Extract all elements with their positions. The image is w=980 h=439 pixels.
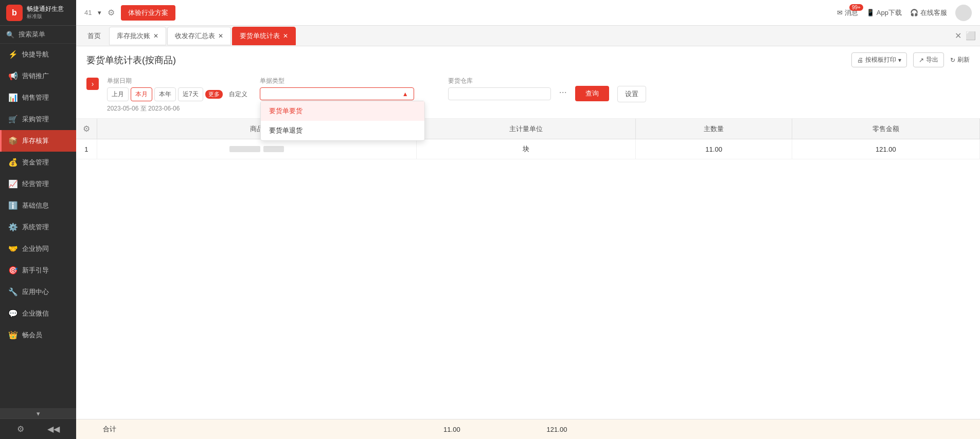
export-icon: ↗	[919, 57, 924, 64]
sidebar-icon-9: 🤝	[8, 244, 18, 254]
filter-type-input[interactable]	[265, 90, 402, 98]
table-row: 1 块 11.00 121.00	[76, 139, 980, 159]
col-qty-th: 主数量	[636, 119, 792, 139]
sidebar-item-13[interactable]: 👑 畅会员	[0, 324, 76, 346]
sidebar-icon-4: 📦	[8, 136, 18, 146]
sidebar-item-9[interactable]: 🤝 企业协同	[0, 238, 76, 260]
filter-date-range: 2023-05-06 至 2023-06-06	[107, 104, 252, 113]
export-btn[interactable]: ↗ 导出	[913, 52, 944, 67]
filter-type-input-wrapper[interactable]: ▲ 要货单要货 要货单退货	[260, 87, 414, 100]
industry-btn[interactable]: 体验行业方案	[121, 5, 175, 21]
tab-report[interactable]: 收发存汇总表 ✕	[167, 27, 231, 45]
tab-order-stats-close[interactable]: ✕	[283, 32, 288, 40]
topbar: 41 ▾ ⚙ 体验行业方案 ✉ 消息 99+ 📱 App下载 🎧 在线客服	[76, 0, 980, 26]
sidebar-settings-btn[interactable]: ⚙	[17, 424, 24, 434]
sidebar-label-9: 企业协同	[22, 244, 49, 253]
filter-date-curr-month[interactable]: 本月	[131, 87, 152, 101]
app-download-btn[interactable]: 📱 App下载	[866, 8, 902, 17]
topbar-gear-icon[interactable]: ⚙	[108, 8, 115, 17]
filter-type-label: 单据类型	[260, 77, 440, 85]
query-btn[interactable]: 查询	[575, 86, 609, 101]
filter-more-icon[interactable]: ···	[559, 87, 567, 98]
filter-date-options: 上月 本月 本年 近7天 更多 自定义	[107, 87, 252, 101]
filter-warehouse-group: 要货仓库	[448, 77, 551, 100]
filter-date-curr-year[interactable]: 本年	[154, 87, 176, 101]
service-icon: 🎧	[910, 9, 918, 16]
filter-date-more-badge[interactable]: 更多	[205, 90, 223, 99]
sidebar-icon-7: ℹ️	[8, 200, 18, 211]
sidebar-logo: b 畅捷通好生意 标准版	[0, 0, 76, 26]
tab-report-close[interactable]: ✕	[218, 32, 223, 40]
sidebar-label-8: 系统管理	[22, 223, 49, 232]
tab-home[interactable]: 首页	[80, 27, 108, 45]
sidebar-label-5: 资金管理	[22, 158, 49, 167]
search-icon: 🔍	[6, 31, 14, 39]
sidebar-item-1[interactable]: 📢 营销推广	[0, 65, 76, 87]
sidebar-icon-10: 🎯	[8, 265, 18, 276]
sidebar-collapse-btn[interactable]: ◀◀	[47, 424, 60, 434]
sidebar-item-10[interactable]: 🎯 新手引导	[0, 260, 76, 281]
chevron-down-icon: ▾	[898, 57, 901, 64]
user-avatar[interactable]	[955, 5, 972, 21]
sidebar-search[interactable]: 🔍 搜索菜单	[0, 26, 76, 44]
sidebar-item-4[interactable]: 📦 库存核算	[0, 130, 76, 152]
online-service-btn[interactable]: 🎧 在线客服	[910, 8, 947, 17]
main-area: 41 ▾ ⚙ 体验行业方案 ✉ 消息 99+ 📱 App下载 🎧 在线客服	[76, 0, 980, 439]
dropdown-option-1[interactable]: 要货单退货	[261, 121, 424, 140]
filter-expand-btn[interactable]: ›	[86, 78, 99, 90]
filter-bar: › 单据日期 上月 本月 本年 近7天 更多 自定义 2023-05-06 至 …	[76, 71, 980, 119]
sidebar-item-0[interactable]: ⚡ 快捷导航	[0, 44, 76, 65]
message-icon: ✉	[837, 9, 843, 16]
refresh-btn[interactable]: ↻ 刷新	[950, 56, 970, 64]
phone-icon: 📱	[866, 9, 875, 16]
sidebar-item-7[interactable]: ℹ️ 基础信息	[0, 195, 76, 216]
filter-warehouse-label: 要货仓库	[448, 77, 551, 85]
cell-amount: 121.00	[792, 139, 979, 159]
col-unit-label: 主计量单位	[509, 125, 543, 133]
product-name-placeholder	[229, 146, 260, 152]
tab-order-stats[interactable]: 要货单统计表 ✕	[232, 27, 296, 45]
tab-inventory-close[interactable]: ✕	[153, 32, 158, 40]
app-name: 畅捷通好生意	[27, 5, 64, 13]
filter-date-prev-month[interactable]: 上月	[107, 87, 129, 101]
sidebar-scroll-down[interactable]: ▾	[0, 408, 76, 418]
tab-order-stats-label: 要货单统计表	[240, 31, 280, 41]
col-amount-label: 零售金额	[872, 125, 899, 133]
sidebar-item-3[interactable]: 🛒 采购管理	[0, 108, 76, 130]
settings-btn[interactable]: 设置	[617, 86, 646, 102]
page-header: 要货单统计表(按商品) 🖨 按模板打印 ▾ ↗ 导出 ↻ 刷新	[76, 46, 980, 71]
filter-warehouse-input[interactable]	[448, 87, 551, 100]
template-print-btn[interactable]: 🖨 按模板打印 ▾	[851, 52, 907, 67]
tabs-bar: 首页 库存批次账 ✕ 收发存汇总表 ✕ 要货单统计表 ✕ ✕ ⬜	[76, 26, 980, 46]
filter-date-custom-btn[interactable]: 自定义	[225, 88, 252, 101]
dropdown-arrow: ▾	[98, 9, 101, 16]
sidebar-item-5[interactable]: 💰 资金管理	[0, 152, 76, 173]
cell-qty: 11.00	[636, 139, 792, 159]
table-settings-icon[interactable]: ⚙	[83, 124, 90, 133]
sidebar-label-4: 库存核算	[22, 136, 49, 145]
sidebar-item-11[interactable]: 🔧 应用中心	[0, 281, 76, 303]
filter-date-7days[interactable]: 近7天	[178, 87, 203, 101]
tab-inventory[interactable]: 库存批次账 ✕	[109, 27, 166, 45]
sidebar-item-12[interactable]: 💬 企业微信	[0, 303, 76, 324]
sidebar-label-13: 畅会员	[22, 331, 42, 340]
topbar-dropdown[interactable]: ▾	[98, 9, 101, 16]
tab-close-all-icon[interactable]: ✕	[955, 31, 961, 41]
refresh-icon: ↻	[950, 57, 955, 64]
footer-label: 合计	[97, 425, 294, 434]
sidebar-nav: ⚡ 快捷导航 📢 营销推广 📊 销售管理 🛒 采购管理 📦 库存核算 💰 资金管…	[0, 44, 76, 408]
dropdown-option-0[interactable]: 要货单要货	[261, 101, 424, 121]
sidebar-label-1: 营销推广	[22, 71, 49, 81]
page-title: 要货单统计表(按商品)	[86, 54, 176, 66]
sidebar-item-6[interactable]: 📈 经营管理	[0, 173, 76, 195]
col-settings-th[interactable]: ⚙	[76, 119, 97, 139]
sidebar-item-8[interactable]: ⚙️ 系统管理	[0, 216, 76, 238]
sidebar-item-2[interactable]: 📊 销售管理	[0, 87, 76, 108]
sidebar-icon-6: 📈	[8, 179, 18, 189]
sidebar-label-10: 新手引导	[22, 266, 49, 275]
col-qty-label: 主数量	[704, 125, 724, 133]
topbar-id: 41	[84, 9, 92, 16]
message-btn[interactable]: ✉ 消息 99+	[837, 8, 858, 17]
sidebar-icon-1: 📢	[8, 71, 18, 81]
tab-maximize-icon[interactable]: ⬜	[966, 31, 976, 41]
